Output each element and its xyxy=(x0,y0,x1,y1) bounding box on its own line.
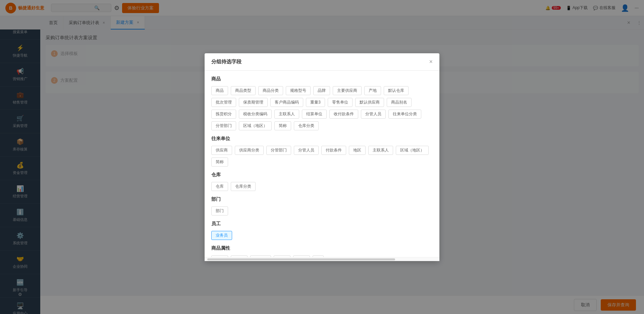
field-tag-0-10[interactable]: 客户商品编码 xyxy=(270,98,303,107)
field-tag-1-0[interactable]: 供应商 xyxy=(211,146,232,155)
field-tag-0-9[interactable]: 保质期管理 xyxy=(239,98,268,107)
section-fields-3: 部门 xyxy=(211,206,433,215)
field-tag-1-8[interactable]: 简称 xyxy=(211,158,228,167)
field-tag-0-14[interactable]: 商品别名 xyxy=(387,98,412,107)
field-select-modal: 分组待选字段 × 商品商品商品类型商品分类规格型号品牌主要供应商产地默认仓库批次… xyxy=(205,53,439,261)
section-title-2: 仓库 xyxy=(211,172,433,178)
section-title-1: 往来单位 xyxy=(211,136,433,142)
field-tag-0-16[interactable]: 税收分类编码 xyxy=(239,110,272,119)
field-tag-2-0[interactable]: 仓库 xyxy=(211,182,228,191)
field-tag-1-3[interactable]: 分管人员 xyxy=(294,146,319,155)
field-tag-1-1[interactable]: 供应商分类 xyxy=(235,146,264,155)
section-fields-4: 业务员 xyxy=(211,231,433,240)
section-title-5: 商品属性 xyxy=(211,245,433,251)
field-tag-0-0[interactable]: 商品 xyxy=(211,86,228,95)
field-tag-0-19[interactable]: 收付款条件 xyxy=(329,110,358,119)
field-tag-0-1[interactable]: 商品类型 xyxy=(231,86,256,95)
section-title-3: 部门 xyxy=(211,196,433,202)
field-tag-0-17[interactable]: 主联系人 xyxy=(274,110,299,119)
section-title-4: 员工 xyxy=(211,221,433,227)
field-tag-1-4[interactable]: 付款条件 xyxy=(321,146,346,155)
field-tag-0-7[interactable]: 默认仓库 xyxy=(384,86,409,95)
field-tag-0-5[interactable]: 主要供应商 xyxy=(333,86,362,95)
field-tag-0-15[interactable]: 拣货积分 xyxy=(211,110,236,119)
modal-scroll-bar xyxy=(207,258,395,260)
section-fields-2: 仓库仓库分类 xyxy=(211,182,433,191)
section-title-0: 商品 xyxy=(211,76,433,82)
field-tag-0-21[interactable]: 往来单位分类 xyxy=(388,110,421,119)
field-tag-1-6[interactable]: 主联系人 xyxy=(368,146,393,155)
modal-title: 分组待选字段 xyxy=(211,59,241,65)
field-tag-2-1[interactable]: 仓库分类 xyxy=(231,182,256,191)
field-tag-0-12[interactable]: 零售单位 xyxy=(328,98,353,107)
field-tag-0-22[interactable]: 分管部门 xyxy=(211,121,236,130)
field-tag-0-4[interactable]: 品牌 xyxy=(313,86,330,95)
field-tag-4-0[interactable]: 业务员 xyxy=(211,231,232,240)
field-tag-0-24[interactable]: 简称 xyxy=(274,121,291,130)
section-fields-1: 供应商供应商分类分管部门分管人员付款条件地区主联系人区域（地区）简称 xyxy=(211,146,433,167)
field-tag-0-13[interactable]: 默认供应商 xyxy=(355,98,384,107)
modal-body: 商品商品商品类型商品分类规格型号品牌主要供应商产地默认仓库批次管理保质期管理客户… xyxy=(205,71,439,257)
field-tag-1-7[interactable]: 区域（地区） xyxy=(396,146,429,155)
field-tag-1-5[interactable]: 地区 xyxy=(349,146,366,155)
field-tag-0-3[interactable]: 规格型号 xyxy=(286,86,311,95)
field-tag-1-2[interactable]: 分管部门 xyxy=(266,146,291,155)
field-tag-3-0[interactable]: 部门 xyxy=(211,206,228,215)
field-tag-0-8[interactable]: 批次管理 xyxy=(211,98,236,107)
modal-scroll-area xyxy=(205,257,439,261)
field-tag-0-18[interactable]: 结算单位 xyxy=(302,110,327,119)
modal-overlay: 分组待选字段 × 商品商品商品类型商品分类规格型号品牌主要供应商产地默认仓库批次… xyxy=(0,0,644,314)
field-tag-0-6[interactable]: 产地 xyxy=(364,86,381,95)
field-tag-0-2[interactable]: 商品分类 xyxy=(258,86,283,95)
modal-close-btn[interactable]: × xyxy=(429,59,433,65)
field-tag-0-25[interactable]: 仓库分类 xyxy=(294,121,319,130)
field-tag-0-11[interactable]: 重量3 xyxy=(306,98,325,107)
field-tag-0-20[interactable]: 分管人员 xyxy=(361,110,386,119)
section-fields-0: 商品商品类型商品分类规格型号品牌主要供应商产地默认仓库批次管理保质期管理客户商品… xyxy=(211,86,433,130)
modal-header: 分组待选字段 × xyxy=(205,53,439,71)
field-tag-0-23[interactable]: 区域（地区） xyxy=(239,121,272,130)
